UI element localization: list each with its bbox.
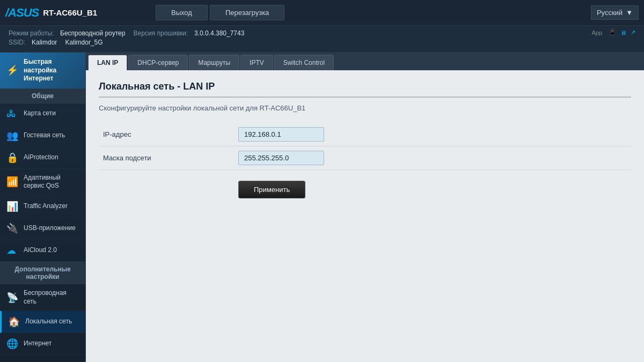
sidebar-item-aiprotection[interactable]: 🔒 AiProtection xyxy=(0,147,85,169)
ip-address-label: IP-адрес xyxy=(99,130,238,138)
traffic-analyzer-icon: 📊 xyxy=(6,201,19,212)
sidebar-item-usb-app-label: USB-приложение xyxy=(24,224,76,233)
sidebar-item-quick-setup[interactable]: ⚡ Быстрая настройка Интернет xyxy=(0,53,85,88)
tab-iptv[interactable]: IPTV xyxy=(240,55,273,70)
ssid-label: SSID: xyxy=(9,39,25,46)
quick-setup-label: Быстрая настройка Интернет xyxy=(24,58,56,83)
page-description: Сконфигурируйте настройки локальной сети… xyxy=(99,104,631,112)
form-fields: IP-адрес Маска подсети xyxy=(99,123,631,170)
apply-button-container: Применить xyxy=(99,170,631,198)
form-row-ip: IP-адрес xyxy=(99,123,631,146)
wireless-icon: 📡 xyxy=(6,292,19,304)
language-selector[interactable]: Русский ▼ xyxy=(591,5,639,20)
sidebar-item-traffic-analyzer[interactable]: 📊 Traffic Analyzer xyxy=(0,196,85,218)
reboot-button[interactable]: Перезагрузка xyxy=(210,5,284,20)
lan-icon: 🏠 xyxy=(8,316,21,328)
sidebar-item-internet[interactable]: 🌐 Интернет xyxy=(0,333,85,355)
sidebar-item-lan[interactable]: 🏠 Локальная сеть xyxy=(0,311,85,333)
tab-dhcp[interactable]: DHCP-сервер xyxy=(128,55,188,70)
mobile-icon[interactable]: 📱 xyxy=(609,29,616,36)
usb-app-icon: 🔌 xyxy=(6,223,19,234)
tab-lan-ip[interactable]: LAN IP xyxy=(88,55,127,70)
quick-setup-icon: ⚡ xyxy=(6,64,19,76)
page-title: Локальная сеть - LAN IP xyxy=(99,81,631,98)
sidebar-section-advanced: Дополнительные настройки xyxy=(0,262,85,284)
sidebar-item-network-map-label: Карта сети xyxy=(24,109,56,118)
sidebar: ⚡ Быстрая настройка Интернет Общие 🖧 Кар… xyxy=(0,53,86,362)
sidebar-item-adaptive-qos[interactable]: 📶 Адаптивный сервис QoS xyxy=(0,169,85,196)
tab-routes[interactable]: Маршруты xyxy=(189,55,239,70)
page-content: Локальная сеть - LAN IP Сконфигурируйте … xyxy=(86,70,644,362)
router-model: RT-AC66U_B1 xyxy=(43,8,97,17)
status-icons: App 📱 🖥 ↗ xyxy=(591,29,635,36)
tab-bar: LAN IP DHCP-сервер Маршруты IPTV Switch … xyxy=(86,53,644,70)
exit-button[interactable]: Выход xyxy=(156,5,208,20)
ip-address-input[interactable] xyxy=(238,127,324,142)
ssid-value: Kalimdor xyxy=(32,39,57,46)
aiprotection-icon: 🔒 xyxy=(6,152,19,164)
sidebar-item-internet-label: Интернет xyxy=(24,339,52,348)
tab-switch-control[interactable]: Switch Control xyxy=(274,55,334,70)
sidebar-item-guest-network-label: Гостевая сеть xyxy=(24,131,65,140)
status-info: Режим работы: Беспроводной роутер Версия… xyxy=(9,29,244,46)
sidebar-item-lan-label: Локальная сеть xyxy=(25,317,72,326)
internet-icon: 🌐 xyxy=(6,338,19,350)
chevron-down-icon: ▼ xyxy=(626,9,633,17)
sidebar-item-traffic-analyzer-label: Traffic Analyzer xyxy=(24,202,68,211)
content-area: LAN IP DHCP-сервер Маршруты IPTV Switch … xyxy=(86,53,644,362)
sidebar-item-aiprotection-label: AiProtection xyxy=(24,153,58,162)
language-label: Русский xyxy=(597,9,623,17)
firmware-value: 3.0.0.4.380_7743 xyxy=(194,29,244,37)
network-map-icon: 🖧 xyxy=(6,108,19,120)
sidebar-item-aicloud-label: AiCloud 2.0 xyxy=(24,246,57,255)
share-icon[interactable]: ↗ xyxy=(631,29,635,36)
top-nav-buttons: Выход Перезагрузка xyxy=(156,5,284,20)
mode-label: Режим работы: xyxy=(9,29,54,37)
form-row-subnet: Маска подсети xyxy=(99,146,631,170)
mode-value: Беспроводной роутер xyxy=(60,29,125,37)
status-bar: Режим работы: Беспроводной роутер Версия… xyxy=(0,26,644,53)
subnet-mask-input[interactable] xyxy=(238,151,324,165)
sidebar-item-adaptive-qos-label: Адаптивный сервис QoS xyxy=(24,174,79,190)
monitor-icon[interactable]: 🖥 xyxy=(620,29,626,36)
aicloud-icon: ☁ xyxy=(6,245,19,256)
firmware-label: Версия прошивки: xyxy=(134,29,188,37)
asus-logo: /ASUS xyxy=(5,6,39,20)
sidebar-item-network-map[interactable]: 🖧 Карта сети xyxy=(0,104,85,125)
top-bar: /ASUS RT-AC66U_B1 Выход Перезагрузка Рус… xyxy=(0,0,644,26)
app-label: App xyxy=(591,29,602,36)
adaptive-qos-icon: 📶 xyxy=(6,176,19,188)
sidebar-item-wireless[interactable]: 📡 Беспроводная сеть xyxy=(0,284,85,311)
sidebar-item-aicloud[interactable]: ☁ AiCloud 2.0 xyxy=(0,240,85,262)
logo-area: /ASUS RT-AC66U_B1 xyxy=(5,6,156,20)
sidebar-item-guest-network[interactable]: 👥 Гостевая сеть xyxy=(0,125,85,147)
subnet-mask-label: Маска подсети xyxy=(99,154,238,162)
ssid5g-value: Kalimdor_5G xyxy=(65,39,103,46)
apply-button[interactable]: Применить xyxy=(238,181,305,198)
sidebar-section-general: Общие xyxy=(0,88,85,104)
guest-network-icon: 👥 xyxy=(6,130,19,142)
sidebar-item-wireless-label: Беспроводная сеть xyxy=(24,289,79,306)
main-layout: ⚡ Быстрая настройка Интернет Общие 🖧 Кар… xyxy=(0,53,644,362)
sidebar-item-usb-app[interactable]: 🔌 USB-приложение xyxy=(0,218,85,240)
